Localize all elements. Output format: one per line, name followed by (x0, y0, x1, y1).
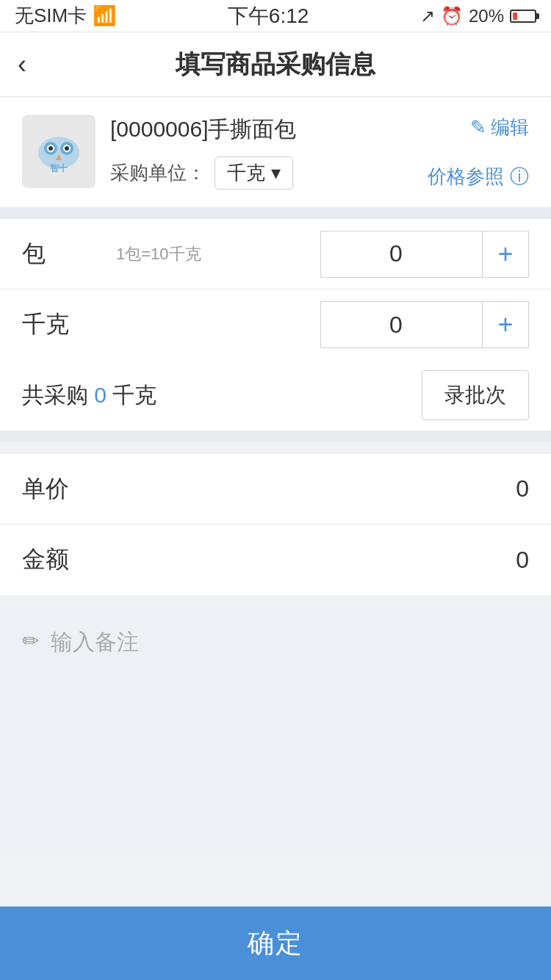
product-card: 智十 [0000006]手撕面包 采购单位： 千克 ▾ ✎ 编辑 价格参照 ⓘ (0, 97, 551, 207)
divider-1 (0, 207, 551, 219)
confirm-button[interactable]: 确定 (0, 907, 551, 980)
unit-price-row: 单价 0 (0, 454, 551, 525)
status-bar: 无SIM卡 📶 下午6:12 ↗ ⏰ 20% (0, 0, 551, 32)
kg-label: 千克 (22, 309, 110, 341)
summary-value: 0 (94, 383, 107, 407)
bao-label: 包 (22, 238, 110, 270)
product-name: [0000006]手撕面包 (110, 115, 529, 145)
bao-sub-label: 1包=10千克 (116, 243, 201, 265)
product-logo: 智十 (33, 129, 84, 173)
alarm-icon: ⏰ (441, 6, 463, 26)
unit-dropdown[interactable]: 千克 ▾ (215, 156, 293, 190)
batch-button[interactable]: 录批次 (422, 370, 529, 420)
carrier-label: 无SIM卡 (15, 3, 87, 29)
location-icon: ↗ (420, 6, 435, 26)
amount-row: 金额 0 (0, 525, 551, 595)
unit-price-value: 0 (516, 475, 529, 502)
nav-bar: ‹ 填写商品采购信息 (0, 32, 551, 97)
bao-input-group: + (320, 231, 529, 278)
summary-unit: 千克 (112, 383, 156, 407)
dropdown-arrow-icon: ▾ (271, 162, 281, 184)
remark-section[interactable]: ✏ 输入备注 (0, 607, 551, 857)
product-thumbnail: 智十 (22, 115, 96, 188)
edit-button[interactable]: ✎ 编辑 (470, 115, 529, 140)
kg-input-group: + (320, 301, 529, 348)
divider-2 (0, 430, 551, 442)
price-info-section: 单价 0 金额 0 (0, 454, 551, 595)
price-ref-help-icon: ⓘ (510, 164, 529, 190)
status-left: 无SIM卡 📶 (15, 3, 116, 29)
summary-text: 共采购 0 千克 (22, 381, 156, 411)
svg-point-6 (65, 146, 69, 151)
summary-prefix: 共采购 (22, 383, 88, 407)
page-title: 填写商品采购信息 (176, 48, 375, 82)
input-section: 包 1包=10千克 + 千克 + (0, 219, 551, 360)
price-ref-button[interactable]: 价格参照 ⓘ (428, 164, 529, 190)
back-button[interactable]: ‹ (18, 49, 26, 80)
unit-price-label: 单价 (22, 473, 69, 505)
pencil-icon: ✏ (22, 629, 39, 653)
amount-label: 金额 (22, 544, 69, 576)
edit-label: 编辑 (491, 115, 529, 140)
wifi-icon: 📶 (93, 4, 116, 27)
bao-quantity-input[interactable] (320, 231, 482, 278)
svg-point-5 (48, 146, 53, 151)
battery-icon (510, 10, 536, 23)
unit-value: 千克 (227, 160, 265, 186)
battery-percent: 20% (469, 6, 504, 26)
edit-icon: ✎ (470, 116, 486, 139)
price-ref-label: 价格参照 (428, 164, 504, 190)
amount-value: 0 (516, 547, 529, 574)
kg-quantity-input[interactable] (320, 301, 482, 348)
remark-placeholder: 输入备注 (51, 627, 139, 657)
bao-plus-button[interactable]: + (482, 231, 529, 278)
status-right: ↗ ⏰ 20% (420, 6, 536, 26)
kg-plus-button[interactable]: + (482, 301, 529, 348)
kg-input-row: 千克 + (0, 289, 551, 360)
summary-row: 共采购 0 千克 录批次 (0, 360, 551, 430)
status-time: 下午6:12 (228, 2, 309, 30)
svg-text:智十: 智十 (49, 163, 68, 173)
bao-input-row: 包 1包=10千克 + (0, 219, 551, 289)
unit-label: 采购单位： (110, 160, 206, 186)
